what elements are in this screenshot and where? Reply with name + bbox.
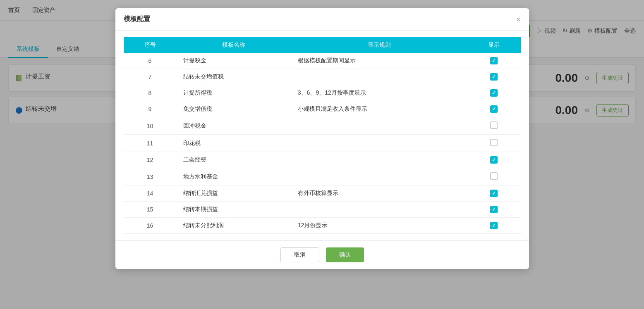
checkbox-16[interactable] bbox=[490, 222, 498, 229]
cell-name: 计提所得税 bbox=[177, 85, 291, 101]
table-row: 6计提税金根据模板配置期间显示 bbox=[124, 53, 521, 69]
cell-no: 11 bbox=[124, 135, 177, 152]
cell-rule bbox=[291, 117, 468, 135]
cell-checkbox bbox=[467, 69, 520, 85]
modal-title: 模板配置 bbox=[124, 15, 150, 24]
table-row: 16结转未分配利润12月份显示 bbox=[124, 218, 521, 234]
modal-footer: 取消 确认 bbox=[115, 240, 529, 269]
modal-template-config: 模板配置 × 序号 模板名称 显示规则 显示 6计提税金根据模板配置期间显示7结… bbox=[115, 8, 529, 269]
col-header-show: 显示 bbox=[467, 37, 520, 53]
modal-body: 序号 模板名称 显示规则 显示 6计提税金根据模板配置期间显示7结转未交增值税8… bbox=[115, 31, 529, 240]
cell-checkbox bbox=[467, 168, 520, 185]
cell-rule: 有外币核算显示 bbox=[291, 185, 468, 202]
cell-rule bbox=[291, 152, 468, 168]
cell-rule bbox=[291, 69, 468, 85]
cell-name: 回冲税金 bbox=[177, 117, 291, 135]
modal-close-button[interactable]: × bbox=[516, 16, 521, 23]
table-row: 14结转汇兑损益有外币核算显示 bbox=[124, 185, 521, 202]
cell-rule: 12月份显示 bbox=[291, 218, 468, 234]
cell-checkbox bbox=[467, 185, 520, 202]
cell-rule bbox=[291, 202, 468, 218]
cell-no: 6 bbox=[124, 53, 177, 69]
cell-no: 14 bbox=[124, 185, 177, 202]
cell-checkbox bbox=[467, 85, 520, 101]
checkbox-10[interactable] bbox=[490, 121, 498, 129]
col-header-no: 序号 bbox=[124, 37, 177, 53]
cell-checkbox bbox=[467, 53, 520, 69]
checkbox-12[interactable] bbox=[490, 156, 498, 164]
cell-no: 12 bbox=[124, 152, 177, 168]
cell-checkbox bbox=[467, 101, 520, 117]
cell-name: 免交增值税 bbox=[177, 101, 291, 117]
cell-no: 7 bbox=[124, 69, 177, 85]
cell-name: 结转本期损益 bbox=[177, 202, 291, 218]
confirm-button[interactable]: 确认 bbox=[326, 247, 364, 262]
col-header-rule: 显示规则 bbox=[291, 37, 468, 53]
table-header-row: 序号 模板名称 显示规则 显示 bbox=[124, 37, 521, 53]
table-row: 12工会经费 bbox=[124, 152, 521, 168]
table-row: 8计提所得税3、6、9、12月按季度显示 bbox=[124, 85, 521, 101]
cell-rule: 3、6、9、12月按季度显示 bbox=[291, 85, 468, 101]
cell-name: 结转汇兑损益 bbox=[177, 185, 291, 202]
cancel-button[interactable]: 取消 bbox=[280, 247, 319, 262]
cell-no: 10 bbox=[124, 117, 177, 135]
table-row: 9免交增值税小规模且满足收入条件显示 bbox=[124, 101, 521, 117]
table-row: 15结转本期损益 bbox=[124, 202, 521, 218]
checkbox-8[interactable] bbox=[490, 89, 498, 97]
cell-name: 工会经费 bbox=[177, 152, 291, 168]
cell-no: 8 bbox=[124, 85, 177, 101]
table-row: 11印花税 bbox=[124, 135, 521, 152]
checkbox-6[interactable] bbox=[490, 57, 498, 64]
table-row: 13地方水利基金 bbox=[124, 168, 521, 185]
cell-no: 13 bbox=[124, 168, 177, 185]
checkbox-15[interactable] bbox=[490, 206, 498, 213]
cell-name: 计提税金 bbox=[177, 53, 291, 69]
col-header-name: 模板名称 bbox=[177, 37, 291, 53]
modal-header: 模板配置 × bbox=[115, 8, 529, 31]
cell-checkbox bbox=[467, 117, 520, 135]
cell-rule bbox=[291, 135, 468, 152]
table-row: 10回冲税金 bbox=[124, 117, 521, 135]
cell-name: 结转未交增值税 bbox=[177, 69, 291, 85]
config-table: 序号 模板名称 显示规则 显示 6计提税金根据模板配置期间显示7结转未交增值税8… bbox=[124, 37, 521, 234]
checkbox-7[interactable] bbox=[490, 73, 498, 81]
cell-name: 地方水利基金 bbox=[177, 168, 291, 185]
cell-rule: 小规模且满足收入条件显示 bbox=[291, 101, 468, 117]
cell-checkbox bbox=[467, 202, 520, 218]
checkbox-9[interactable] bbox=[490, 105, 498, 113]
cell-no: 16 bbox=[124, 218, 177, 234]
cell-checkbox bbox=[467, 135, 520, 152]
cell-checkbox bbox=[467, 152, 520, 168]
cell-name: 结转未分配利润 bbox=[177, 218, 291, 234]
cell-no: 9 bbox=[124, 101, 177, 117]
checkbox-13[interactable] bbox=[490, 172, 498, 180]
modal-overlay: 模板配置 × 序号 模板名称 显示规则 显示 6计提税金根据模板配置期间显示7结… bbox=[0, 0, 644, 309]
cell-checkbox bbox=[467, 218, 520, 234]
checkbox-11[interactable] bbox=[490, 139, 498, 146]
cell-rule: 根据模板配置期间显示 bbox=[291, 53, 468, 69]
cell-rule bbox=[291, 168, 468, 185]
table-row: 7结转未交增值税 bbox=[124, 69, 521, 85]
cell-no: 15 bbox=[124, 202, 177, 218]
cell-name: 印花税 bbox=[177, 135, 291, 152]
checkbox-14[interactable] bbox=[490, 190, 498, 197]
